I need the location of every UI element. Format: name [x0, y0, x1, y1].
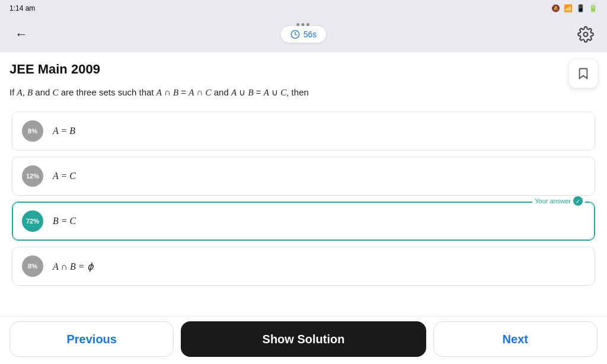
option-a-pct: 8%: [22, 120, 43, 142]
battery-icon: 🔋: [589, 4, 598, 12]
time-display: 1:14 am: [9, 4, 35, 12]
gear-icon: [577, 26, 594, 43]
option-a-formula: A = B: [53, 126, 75, 136]
option-b-formula: A = C: [53, 171, 76, 181]
show-solution-button[interactable]: Show Solution: [181, 321, 426, 357]
option-c-formula: B = C: [53, 216, 76, 226]
option-b-pct: 12%: [22, 165, 43, 187]
option-d-formula: A ∩ B = ϕ: [53, 261, 94, 272]
settings-button[interactable]: [574, 23, 598, 46]
option-d[interactable]: 8% A ∩ B = ϕ: [12, 247, 595, 286]
signal-icon: 📱: [576, 4, 585, 12]
option-a[interactable]: 8% A = B: [12, 111, 595, 151]
mute-icon: 🔕: [551, 4, 560, 12]
question-text: If A, B and C are three sets such that A…: [9, 85, 598, 100]
option-d-pct: 8%: [22, 256, 43, 277]
wifi-icon: 📶: [564, 4, 573, 12]
bottom-navigation: Previous Show Solution Next: [0, 316, 607, 364]
next-button[interactable]: Next: [433, 321, 598, 357]
exam-tag: JEE Main 2009: [9, 62, 598, 77]
option-c[interactable]: Your answer ✓ 72% B = C: [12, 202, 595, 241]
your-answer-label: Your answer ✓: [532, 196, 585, 206]
bookmark-icon: [577, 67, 590, 80]
svg-point-1: [583, 33, 587, 37]
status-bar: 1:14 am 🔕 📶 📱 🔋: [0, 0, 607, 17]
check-icon: ✓: [573, 196, 583, 206]
option-c-pct: 72%: [22, 210, 43, 232]
bookmark-button[interactable]: [569, 59, 598, 88]
more-options-dots[interactable]: •••: [296, 19, 311, 31]
main-content: JEE Main 2009 If A, B and C are three se…: [0, 52, 607, 364]
status-icons: 🔕 📶 📱 🔋: [551, 4, 598, 12]
previous-button[interactable]: Previous: [9, 321, 174, 357]
back-button[interactable]: ←: [9, 23, 33, 46]
options-list: 8% A = B 12% A = C Your answer ✓ 72% B =…: [9, 111, 598, 290]
option-b[interactable]: 12% A = C: [12, 157, 595, 196]
